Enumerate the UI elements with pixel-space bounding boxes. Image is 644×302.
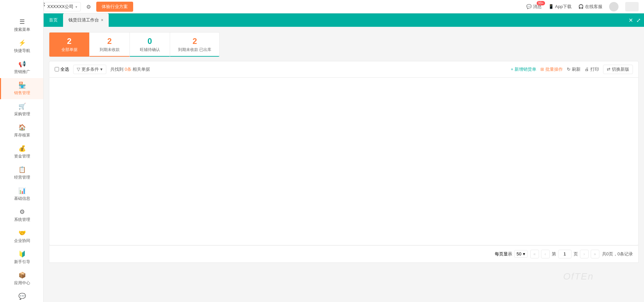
sidebar-item-system[interactable]: ⚙系统管理: [0, 205, 43, 226]
page-size-area: 每页显示 50 ▾: [495, 250, 527, 258]
page-number-input[interactable]: [558, 250, 572, 258]
message-icon: 💬: [526, 4, 532, 9]
first-page-button[interactable]: «: [530, 250, 539, 258]
sidebar: ☰搜索菜单⚡快捷导航📢营销推广🏪销售管理🛒采购管理🏠库存核算💰资金管理📋经营管理…: [0, 0, 44, 302]
batch-icon: ⊞: [540, 67, 544, 72]
tab-close-icon[interactable]: ×: [101, 18, 103, 22]
company-name: XXXXXX公司: [47, 4, 73, 10]
sidebar-item-search[interactable]: ☰搜索菜单: [0, 15, 43, 36]
company-selector[interactable]: XXXXXX公司 ▾: [44, 2, 81, 11]
avatar[interactable]: [609, 2, 619, 11]
stat-label: 全部单据: [57, 47, 81, 53]
prev-page-button[interactable]: ‹: [541, 250, 550, 258]
tab-close-all-icon[interactable]: ✕: [629, 17, 633, 23]
sidebar-item-operation[interactable]: 📋经营管理: [0, 163, 43, 184]
stat-bottom-line: [90, 56, 129, 57]
pagination: 每页显示 50 ▾ « ‹ 第 页 › » 共0页，0条记录: [49, 245, 639, 263]
sidebar-item-finance[interactable]: 💰资金管理: [0, 141, 43, 163]
service-icon: 🎧: [578, 4, 584, 9]
sidebar-item-wechat[interactable]: 💬企业微信: [0, 289, 43, 302]
sidebar-item-sales[interactable]: 🏪销售管理: [0, 78, 43, 99]
page-size-label: 每页显示: [495, 251, 512, 257]
app-download-item[interactable]: 📱 App下载: [548, 4, 572, 10]
stat-tab-outstock[interactable]: 2 到期未收款 已出库: [170, 33, 219, 57]
enterprise-icon: 🤝: [18, 229, 26, 237]
sidebar-item-label: 经营管理: [14, 175, 30, 180]
table-container: [49, 78, 639, 245]
filter-button[interactable]: ▽ 更多条件 ▾: [73, 65, 106, 74]
search-icon: ☰: [19, 18, 25, 25]
stat-label: 旺辅待确认: [138, 47, 162, 53]
sales-icon: 🏪: [18, 81, 26, 89]
page-nav: « ‹ 第 页 › »: [530, 250, 599, 258]
tab-work[interactable]: 钱货日清工作台 ×: [63, 13, 109, 27]
page-prefix: 第: [552, 251, 556, 257]
stat-number: 0: [138, 37, 162, 46]
switch-icon: ⇄: [607, 67, 610, 72]
basic-icon: 📊: [18, 187, 26, 194]
stat-bottom-line: [130, 56, 170, 57]
messages-item[interactable]: 💬 消息 99+: [526, 4, 542, 10]
add-sales-button[interactable]: + 新增销货单: [511, 66, 536, 72]
stat-tab-overdue[interactable]: 2 到期未收款: [90, 33, 130, 57]
sidebar-item-marketing[interactable]: 📢营销推广: [0, 57, 43, 78]
user-menu[interactable]: [625, 2, 639, 11]
page-suffix: 页: [574, 251, 578, 257]
sidebar-item-enterprise[interactable]: 🤝企业协同: [0, 226, 43, 247]
chevron-down-icon: ▾: [75, 5, 77, 9]
main-content: 2 全部单据 2 到期未收款 0 旺辅待确认 2 到期未收款 已出库 全选 ▽ …: [44, 27, 644, 302]
sidebar-item-label: 销售管理: [14, 90, 30, 96]
tab-expand-icon[interactable]: ⤢: [636, 17, 641, 23]
sidebar-item-label: 快捷导航: [14, 48, 30, 54]
checkbox-input[interactable]: [55, 67, 59, 71]
toolbar: 全选 ▽ 更多条件 ▾ 共找到 0条 相关单据 + 新增销货单 ⊞ 批量操作 ↻…: [49, 61, 639, 78]
first-page-icon: «: [533, 252, 536, 256]
company-area: XXXXXX公司 ▾ ⚙ 体验行业方案: [44, 0, 133, 13]
online-service-item[interactable]: 🎧 在线客服: [578, 4, 602, 10]
topbar-right: 💬 消息 99+ 📱 App下载 🎧 在线客服: [526, 2, 639, 11]
message-badge: 99+: [537, 1, 545, 5]
toolbar-right: + 新增销货单 ⊞ 批量操作 ↻ 刷新 🖨 打印 ⇄ 切换新版: [511, 65, 633, 74]
sidebar-item-inventory[interactable]: 🏠库存核算: [0, 120, 43, 141]
batch-operation-button[interactable]: ⊞ 批量操作: [540, 66, 563, 72]
sidebar-item-basic[interactable]: 📊基础信息: [0, 184, 43, 205]
stat-tab-pending[interactable]: 0 旺辅待确认: [130, 33, 170, 57]
chevron-down-icon: ▾: [100, 67, 103, 72]
stat-tab-all[interactable]: 2 全部单据: [49, 33, 90, 57]
finance-icon: 💰: [18, 145, 26, 152]
last-page-button[interactable]: »: [591, 250, 599, 258]
select-all-checkbox[interactable]: 全选: [55, 66, 69, 72]
sidebar-item-label: 营销推广: [14, 69, 30, 75]
quick-icon: ⚡: [18, 39, 26, 47]
refresh-button[interactable]: ↻ 刷新: [567, 66, 581, 72]
switch-version-button[interactable]: ⇄ 切换新版: [603, 65, 633, 74]
marketing-icon: 📢: [18, 60, 26, 68]
toolbar-left: 全选 ▽ 更多条件 ▾ 共找到 0条 相关单据: [55, 65, 150, 74]
sidebar-item-purchase[interactable]: 🛒采购管理: [0, 99, 43, 120]
tabbar: 首页 钱货日清工作台 × ✕ ⤢: [44, 13, 644, 27]
stat-label: 到期未收款: [98, 47, 121, 53]
sidebar-item-label: 基础信息: [14, 196, 30, 201]
prev-page-icon: ‹: [545, 252, 546, 256]
page-size-select[interactable]: 50 ▾: [514, 250, 527, 258]
stat-label: 到期未收款 已出库: [178, 47, 211, 53]
sidebar-item-label: 库存核算: [14, 132, 30, 138]
stat-bottom-line: [49, 56, 89, 57]
refresh-icon: ↻: [567, 67, 571, 72]
tab-home[interactable]: 首页: [44, 13, 63, 27]
stat-number: 2: [178, 37, 211, 46]
sidebar-item-quick[interactable]: ⚡快捷导航: [0, 36, 43, 57]
print-icon: 🖨: [585, 67, 589, 72]
experience-button[interactable]: 体验行业方案: [96, 2, 133, 12]
sidebar-item-guide[interactable]: 🔰新手引导: [0, 247, 43, 268]
print-button[interactable]: 🖨 打印: [585, 66, 599, 72]
appstore-icon: 📦: [18, 271, 26, 279]
settings-button[interactable]: ⚙: [84, 2, 94, 12]
sidebar-item-appstore[interactable]: 📦应用中心: [0, 268, 43, 289]
stat-number: 2: [98, 37, 121, 46]
found-count: 0条: [125, 67, 131, 72]
next-page-button[interactable]: ›: [580, 250, 589, 258]
download-icon: 📱: [548, 4, 554, 9]
total-info: 共0页，0条记录: [602, 251, 633, 257]
sidebar-menu: ☰搜索菜单⚡快捷导航📢营销推广🏪销售管理🛒采购管理🏠库存核算💰资金管理📋经营管理…: [0, 13, 43, 302]
